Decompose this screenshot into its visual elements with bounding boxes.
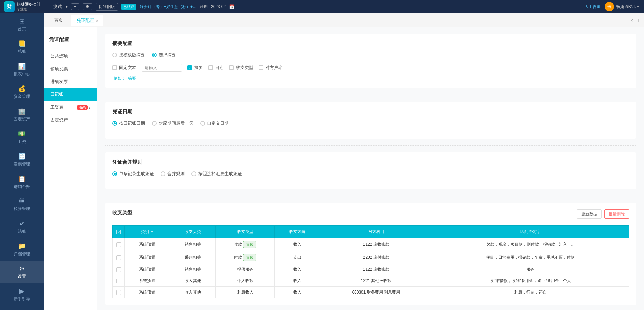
- row4-checkbox[interactable]: [116, 279, 121, 283]
- sidebar-item-guide[interactable]: ▶ 新手引导: [0, 283, 44, 306]
- radio-period-last-label: 对应期间最后一天: [159, 120, 194, 126]
- row2-category: 系统预置: [125, 251, 170, 264]
- row4-subject: 1221 其他应收款: [320, 275, 432, 287]
- tab-close-btn[interactable]: ×: [96, 18, 98, 23]
- row1-subject: 1122 应收账款: [320, 238, 432, 251]
- sidebar-item-reports[interactable]: 📊 报表中心: [0, 59, 44, 81]
- header-checkbox[interactable]: ✓: [116, 230, 121, 234]
- radio-aggregate-label: 按照选择汇总生成凭证: [198, 171, 242, 177]
- radio-journal-date-label: 按日记账日期: [119, 120, 145, 126]
- row1-tag-btn[interactable]: 置顶: [243, 241, 256, 248]
- finance-icon: 💰: [18, 85, 26, 92]
- row2-major: 采购相关: [170, 251, 216, 264]
- sidebar-item-ledger2[interactable]: 📋 进销台账: [0, 171, 44, 194]
- checkbox-fixed-text[interactable]: 固定文本: [112, 65, 136, 71]
- sidebar-item-assets[interactable]: 🏢 固定资产: [0, 104, 44, 126]
- radio-journal-date[interactable]: 按日记账日期: [112, 120, 145, 126]
- window-maximize-btn[interactable]: □: [636, 17, 639, 23]
- row3-type: 提供服务: [216, 264, 275, 275]
- radio-select-summary[interactable]: 选择摘要: [152, 52, 176, 58]
- voucher-merge-section: 凭证合并规则 单条记录生成凭证 合并规则 按照选择汇总生成凭证: [105, 152, 636, 189]
- checkbox-income-type[interactable]: 收支类型: [229, 65, 253, 71]
- row2-subject: 2202 应付账款: [320, 251, 432, 264]
- radio-template-summary[interactable]: 按模板版摘要: [112, 52, 145, 58]
- summary-radio-group: 按模板版摘要 选择摘要: [112, 52, 629, 58]
- row4-keywords: 收到*借款，收到*备用金，退回*备用金，个人: [432, 275, 629, 287]
- row4-direction: 收入: [275, 275, 320, 287]
- user-menu[interactable]: 畅 畅捷通B组.三: [605, 2, 640, 11]
- tax-icon: 🏛: [19, 198, 25, 205]
- row1-checkbox[interactable]: [116, 242, 121, 247]
- row3-checkbox[interactable]: [116, 267, 121, 272]
- sidebar-label-reports: 报表中心: [14, 71, 30, 77]
- radio-select-dot: [152, 53, 157, 57]
- radio-merge-rule[interactable]: 合并规则: [161, 171, 185, 177]
- radio-aggregate[interactable]: 按照选择汇总生成凭证: [191, 171, 242, 177]
- user-label: 畅捷通B组.三: [616, 4, 640, 10]
- tab-active[interactable]: 凭证配置 ×: [71, 15, 103, 26]
- sidebar-item-ledger[interactable]: 📒 总账: [0, 36, 44, 59]
- checkbox-date[interactable]: 日期: [208, 65, 224, 71]
- nav-item-payroll[interactable]: 工资表 NEW ›: [44, 101, 97, 114]
- row5-checkbox[interactable]: [116, 290, 121, 295]
- sidebar-item-home[interactable]: ⊞ 首页: [0, 13, 44, 36]
- income-expense-table: ✓ 类别 ∨ 收支大类 收支类型 收支方向 对方科目 匹配关键字: [112, 225, 629, 298]
- row5-check[interactable]: [113, 287, 125, 298]
- nav-item-public[interactable]: 公共选项: [44, 50, 97, 63]
- left-nav: 凭证配置 公共选项 销项发票 进项发票 日记账 工资表 NEW › 固定资产: [44, 27, 97, 310]
- sidebar-item-salary[interactable]: 💵 工资: [0, 126, 44, 149]
- nav-item-fixed-assets[interactable]: 固定资产: [44, 114, 97, 126]
- checkbox-summary[interactable]: ✓ 摘要: [187, 65, 203, 71]
- radio-custom-date[interactable]: 自定义日期: [200, 120, 229, 126]
- switch-version-btn[interactable]: 切到旧版: [96, 3, 118, 11]
- table-row: 系统预置 收入其他 个人收款 收入 1221 其他应收款 收到*借款，收到*备用…: [113, 275, 629, 287]
- voucher-date-title: 凭证日期: [112, 109, 629, 115]
- sidebar-label-settings: 设置: [18, 274, 26, 279]
- row3-keywords: 服务: [432, 264, 629, 275]
- radio-period-last[interactable]: 对应期间最后一天: [152, 120, 194, 126]
- user-avatar: 畅: [605, 2, 614, 11]
- settings-btn[interactable]: ⚙: [83, 3, 92, 10]
- batch-delete-btn[interactable]: 批量删除: [604, 209, 629, 219]
- sidebar-item-invoice[interactable]: 🧾 发票管理: [0, 149, 44, 171]
- test-dropdown[interactable]: ▾: [66, 4, 68, 9]
- checkbox-counterparty[interactable]: 对方户名: [259, 65, 283, 71]
- test-label: 测试: [53, 4, 62, 10]
- sidebar-item-finance[interactable]: 💰 资金管理: [0, 81, 44, 104]
- sidebar-item-close[interactable]: ✔ 结账: [0, 216, 44, 238]
- nav-item-journal[interactable]: 日记账: [44, 88, 97, 101]
- fixed-text-input[interactable]: [142, 64, 182, 72]
- sidebar-item-archive[interactable]: 📁 归档管理: [0, 238, 44, 261]
- section-divider-1: [105, 95, 636, 95]
- row5-subject: 660301 财务费用 利息费用: [320, 287, 432, 298]
- window-close-btn[interactable]: ×: [630, 17, 633, 23]
- add-btn[interactable]: +: [71, 3, 79, 10]
- checkbox-summary-label: 摘要: [194, 65, 203, 71]
- voucher-date-section: 凭证日期 按日记账日期 对应期间最后一天 自定义日期: [105, 102, 636, 139]
- th-checkbox[interactable]: ✓: [113, 226, 125, 238]
- sidebar-item-tax[interactable]: 🏛 税务管理: [0, 194, 44, 216]
- row4-check[interactable]: [113, 275, 125, 287]
- help-btn[interactable]: 人工咨询: [585, 4, 601, 10]
- row3-category: 系统预置: [125, 264, 170, 275]
- tab-home[interactable]: 首页: [49, 15, 69, 25]
- row2-checkbox[interactable]: [116, 255, 121, 260]
- row1-check[interactable]: [113, 238, 125, 251]
- row5-direction: 收入: [275, 287, 320, 298]
- row1-major: 销售相关: [170, 238, 216, 251]
- row2-tag-btn[interactable]: 置顶: [243, 254, 256, 261]
- tab-active-label: 凭证配置: [77, 17, 94, 24]
- row1-keywords: 欠款，现金，项目款，到付款，报销款，汇入，...: [432, 238, 629, 251]
- calendar-icon[interactable]: 📅: [229, 4, 234, 9]
- sidebar-item-settings[interactable]: ⚙ 设置: [0, 261, 44, 283]
- row3-check[interactable]: [113, 264, 125, 275]
- update-data-btn[interactable]: 更新数据: [577, 209, 602, 219]
- sidebar-label-assets: 固定资产: [14, 116, 30, 122]
- row1-category: 系统预置: [125, 238, 170, 251]
- nav-item-purchase-invoice[interactable]: 进项发票: [44, 75, 97, 88]
- sidebar-label-home: 首页: [18, 26, 26, 32]
- nav-item-sales-invoice[interactable]: 销项发票: [44, 63, 97, 75]
- row2-check[interactable]: [113, 251, 125, 264]
- sidebar-item-member[interactable]: 👑 畅会员: [0, 306, 44, 310]
- radio-single-record[interactable]: 单条记录生成凭证: [112, 171, 154, 177]
